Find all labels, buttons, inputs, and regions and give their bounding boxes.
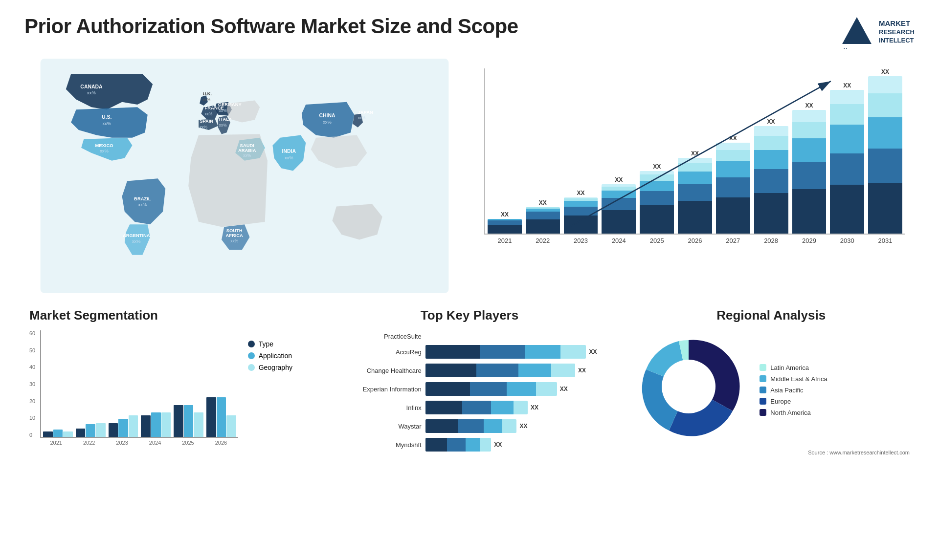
logo-area: M MARKET RESEARCH INTELLECT [840,15,915,49]
player-row-experian: Experian Information XX [331,382,608,396]
y-label-60: 60 [29,330,35,336]
svg-text:U.K.: U.K. [202,91,212,96]
donut-svg [632,330,745,443]
legend-dot-application [248,352,255,359]
svg-text:xx%: xx% [100,148,109,153]
svg-text:xx%: xx% [205,111,213,116]
svg-text:SAUDI: SAUDI [240,143,254,148]
page-container: Prior Authorization Software Market Size… [0,0,939,560]
seg-legend: Type Application Geography [248,340,307,371]
legend-label-geography: Geography [259,364,292,371]
svg-point-38 [662,360,715,413]
x-label-2026: 2026 [678,237,712,244]
legend-label-apac: Asia Pacific [770,387,803,394]
svg-text:xx%: xx% [200,125,207,129]
svg-text:CHINA: CHINA [319,113,335,118]
seg-x-2025: 2025 [173,440,203,446]
player-name-waystar: Waystar [331,423,422,430]
seg-x-2024: 2024 [140,440,170,446]
player-name-experian: Experian Information [331,386,422,393]
page-title: Prior Authorization Software Market Size… [24,15,518,38]
seg-x-2026: 2026 [206,440,236,446]
world-map-svg: CANADA xx% U.S. xx% MEXICO xx% BRAZIL xx… [24,59,465,293]
player-xx-myndshft: XX [494,441,502,448]
legend-middle-east-africa: Middle East & Africa [760,375,827,383]
x-label-2030: 2030 [830,237,864,244]
donut-chart [632,330,745,445]
y-label-50: 50 [29,347,35,353]
logo-text: MARKET RESEARCH INTELLECT [879,19,915,44]
regional-section: Regional Analysis [627,303,915,461]
y-label-0: 0 [29,432,35,438]
players-section: Top Key Players PracticeSuite AccuReg [326,303,613,461]
svg-text:BRAZIL: BRAZIL [134,196,151,201]
svg-text:xx%: xx% [219,108,227,113]
svg-text:AFRICA: AFRICA [225,233,243,238]
player-xx-experian: XX [560,386,568,392]
player-name-infinx: Infinx [331,404,422,411]
bar-chart-section: XX XX [474,59,915,293]
x-label-2023: 2023 [564,237,598,244]
x-label-2024: 2024 [602,237,636,244]
svg-text:xx%: xx% [358,115,366,120]
svg-text:xx%: xx% [230,238,238,243]
x-label-2025: 2025 [640,237,674,244]
svg-text:ITALY: ITALY [219,116,232,122]
legend-latin-america: Latin America [760,364,827,371]
seg-x-2021: 2021 [41,440,71,446]
svg-text:xx%: xx% [285,155,293,160]
header: Prior Authorization Software Market Size… [24,15,915,49]
legend-color-north-america [760,409,766,416]
svg-text:MEXICO: MEXICO [95,143,113,148]
legend-label-type: Type [259,340,273,348]
player-xx-waystar: XX [519,423,527,430]
legend-asia-pacific: Asia Pacific [760,387,827,394]
svg-text:INDIA: INDIA [282,149,296,154]
svg-text:xx%: xx% [138,202,147,207]
svg-text:JAPAN: JAPAN [358,109,373,115]
svg-text:xx%: xx% [323,119,332,125]
svg-text:ARABIA: ARABIA [238,148,256,153]
world-map-section: CANADA xx% U.S. xx% MEXICO xx% BRAZIL xx… [24,59,465,293]
player-name-myndshft: Myndshft [331,441,422,449]
svg-text:xx%: xx% [219,123,227,128]
svg-marker-0 [842,17,872,44]
svg-text:SOUTH: SOUTH [226,228,243,233]
legend-type: Type [248,340,307,348]
segmentation-section: Market Segmentation 0 10 20 30 40 50 60 [24,303,312,461]
segmentation-title: Market Segmentation [29,308,307,323]
x-label-2022: 2022 [526,237,560,244]
player-name-changehealthcare: Change Healthcare [331,367,422,374]
x-label-2029: 2029 [792,237,827,244]
legend-europe: Europe [760,398,827,405]
player-xx-accureg: XX [589,348,597,355]
legend-label-mea: Middle East & Africa [770,375,827,383]
legend-label-europe: Europe [770,398,791,405]
source-text: Source : www.marketresearchintellect.com [632,450,910,455]
x-label-2031: 2031 [868,237,902,244]
legend-color-mea [760,375,766,382]
player-row-changehealthcare: Change Healthcare XX [331,364,608,377]
legend-color-apac [760,387,766,393]
svg-text:M: M [844,47,848,49]
regional-title: Regional Analysis [632,308,910,323]
player-row-infinx: Infinx XX [331,401,608,414]
legend-dot-type [248,341,255,347]
player-row-myndshft: Myndshft XX [331,438,608,452]
legend-dot-geography [248,364,255,371]
player-name-practicesuite: PracticeSuite [331,333,422,340]
svg-text:SPAIN: SPAIN [200,118,213,124]
players-title: Top Key Players [331,308,608,323]
y-label-20: 20 [29,398,35,404]
logo-icon: M [840,15,874,49]
svg-text:ARGENTINA: ARGENTINA [123,233,150,238]
legend-geography: Geography [248,364,307,371]
player-name-accureg: AccuReg [331,348,422,356]
legend-label-latin-america: Latin America [770,364,809,371]
player-xx-infinx: XX [531,404,538,411]
svg-text:xx%: xx% [243,153,251,158]
player-xx-change: XX [578,367,586,374]
player-row-accureg: AccuReg XX [331,345,608,359]
x-label-2028: 2028 [754,237,788,244]
legend-label-application: Application [259,352,292,360]
